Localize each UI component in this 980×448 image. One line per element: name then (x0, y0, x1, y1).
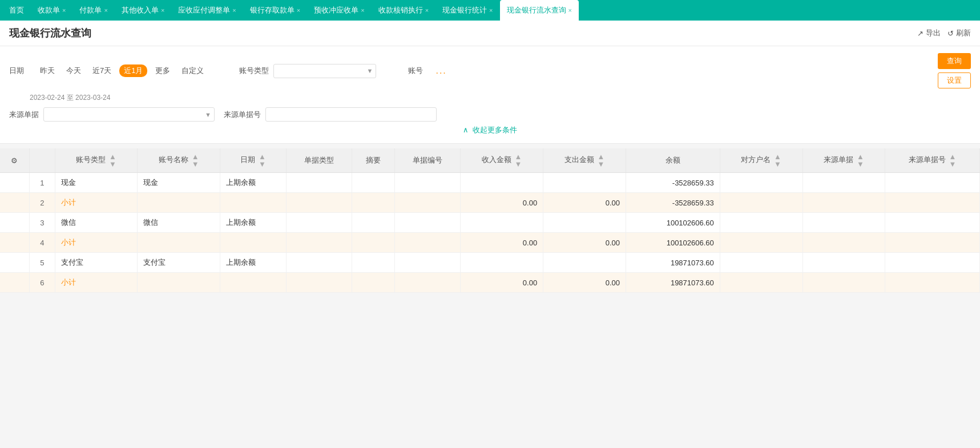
collapse-bar[interactable]: ∧ 收起更多条件 (9, 122, 971, 136)
date-label: 日期 (9, 66, 32, 76)
cell-counterparty (720, 213, 802, 233)
table-row: 4小计0.000.00100102606.60 (0, 233, 980, 253)
cell-doc-no (394, 273, 461, 293)
date-opt-custom[interactable]: 自定义 (178, 64, 207, 77)
source-doc-no-input[interactable] (265, 107, 437, 122)
col-counterparty[interactable]: 对方户名 ▲▼ (720, 148, 802, 173)
date-opt-more[interactable]: 更多 (152, 64, 174, 77)
col-balance: 余额 (626, 148, 720, 173)
cell-date (220, 193, 287, 213)
date-opt-today[interactable]: 今天 (63, 64, 84, 77)
cell-summary (352, 273, 394, 293)
sort-icon: ▲▼ (259, 153, 266, 168)
cell-source-doc-no (885, 273, 980, 293)
cell-source-doc-no (885, 193, 980, 213)
query-button[interactable]: 查询 (938, 53, 971, 69)
nav-bank-deposit[interactable]: 银行存取款单 × (243, 0, 307, 21)
cell-income: 0.00 (461, 193, 543, 213)
page-title: 现金银行流水查询 (9, 26, 91, 40)
close-icon[interactable]: × (232, 0, 236, 21)
account-type-select[interactable] (273, 64, 376, 78)
source-doc-no-label: 来源单据号 (224, 110, 261, 120)
cell-expense: 0.00 (543, 273, 626, 293)
close-icon[interactable]: × (425, 0, 429, 21)
col-expense[interactable]: 支出金额 ▲▼ (543, 148, 626, 173)
data-table-container: ⚙ 账号类型 ▲▼ 账号名称 ▲▼ 日期 ▲▼ 单据类型 摘要 单据编号 收入金… (0, 148, 980, 293)
cell-source-doc (802, 273, 885, 293)
nav-prepay[interactable]: 预收冲应收单 × (307, 0, 371, 21)
nav-home[interactable]: 首页 (2, 0, 31, 21)
table-row: 1现金现金上期余额-3528659.33 (0, 173, 980, 193)
cell-doc-no (394, 173, 461, 193)
table-row: 3微信微信上期余额100102606.60 (0, 213, 980, 233)
filter-row-1: 日期 昨天 今天 近7天 近1月 更多 自定义 账号类型 ▼ 账号 ... (9, 53, 971, 88)
cell-summary (352, 213, 394, 233)
table-row: 2小计0.000.00-3528659.33 (0, 193, 980, 213)
cell-counterparty (720, 273, 802, 293)
cell-gear (0, 173, 29, 193)
cell-doc-no (394, 213, 461, 233)
cell-summary (352, 253, 394, 273)
nav-verify[interactable]: 收款核销执行 × (372, 0, 435, 21)
cell-gear (0, 273, 29, 293)
cell-account-type: 微信 (55, 213, 138, 233)
close-icon[interactable]: × (568, 0, 572, 21)
cell-account-type: 小计 (55, 273, 138, 293)
cell-summary (352, 193, 394, 213)
cell-income: 0.00 (461, 273, 543, 293)
data-table: ⚙ 账号类型 ▲▼ 账号名称 ▲▼ 日期 ▲▼ 单据类型 摘要 单据编号 收入金… (0, 148, 980, 293)
cell-balance: -3528659.33 (626, 173, 720, 193)
nav-receipt[interactable]: 收款单 × (31, 0, 72, 21)
nav-stats[interactable]: 现金银行统计 × (435, 0, 499, 21)
cell-account-name: 现金 (138, 173, 220, 193)
table-row: 6小计0.000.0019871073.60 (0, 273, 980, 293)
account-type-select-wrapper: ▼ (273, 64, 376, 78)
col-account-type[interactable]: 账号类型 ▲▼ (55, 148, 138, 173)
source-doc-no-filter-group: 来源单据号 (224, 107, 437, 122)
col-seq (29, 148, 55, 173)
nav-flow-query[interactable]: 现金银行流水查询 × (500, 0, 579, 21)
cell-balance: 100102606.60 (626, 213, 720, 233)
sort-icon: ▲▼ (515, 153, 522, 168)
date-opt-1month[interactable]: 近1月 (119, 64, 147, 77)
col-gear[interactable]: ⚙ (0, 148, 29, 173)
nav-other-income[interactable]: 其他收入单 × (115, 0, 171, 21)
cell-counterparty (720, 173, 802, 193)
date-opt-yesterday[interactable]: 昨天 (37, 64, 58, 77)
col-income[interactable]: 收入金额 ▲▼ (461, 148, 543, 173)
close-icon[interactable]: × (62, 0, 66, 21)
date-opt-7days[interactable]: 近7天 (89, 64, 115, 77)
close-icon[interactable]: × (361, 0, 364, 21)
close-icon[interactable]: × (489, 0, 493, 21)
cell-account-name: 支付宝 (138, 253, 220, 273)
close-icon[interactable]: × (297, 0, 300, 21)
col-account-name[interactable]: 账号名称 ▲▼ (138, 148, 220, 173)
col-source-doc[interactable]: 来源单据 ▲▼ (802, 148, 885, 173)
cell-doc-type (286, 213, 352, 233)
col-date[interactable]: 日期 ▲▼ (220, 148, 287, 173)
close-icon[interactable]: × (104, 0, 107, 21)
nav-adjustment[interactable]: 应收应付调整单 × (171, 0, 243, 21)
cell-income (461, 253, 543, 273)
source-doc-label: 来源单据 (9, 110, 39, 120)
cell-source-doc (802, 233, 885, 253)
cell-expense: 0.00 (543, 233, 626, 253)
account-label: 账号 (408, 66, 431, 76)
cell-gear (0, 193, 29, 213)
export-button[interactable]: ↗ 导出 (917, 28, 941, 38)
source-doc-select[interactable] (43, 107, 215, 122)
col-source-doc-no[interactable]: 来源单据号 ▲▼ (885, 148, 980, 173)
cell-balance: 19871073.60 (626, 253, 720, 273)
cell-date (220, 233, 287, 253)
refresh-button[interactable]: ↺ 刷新 (947, 28, 971, 38)
collapse-label: 收起更多条件 (473, 126, 517, 134)
nav-payment[interactable]: 付款单 × (72, 0, 114, 21)
cell-source-doc-no (885, 233, 980, 253)
cell-summary (352, 233, 394, 253)
cell-source-doc (802, 193, 885, 213)
setting-button[interactable]: 设置 (938, 72, 971, 88)
close-icon[interactable]: × (161, 0, 164, 21)
cell-doc-type (286, 173, 352, 193)
account-dots-button[interactable]: ... (435, 66, 446, 76)
cell-account-name (138, 273, 220, 293)
